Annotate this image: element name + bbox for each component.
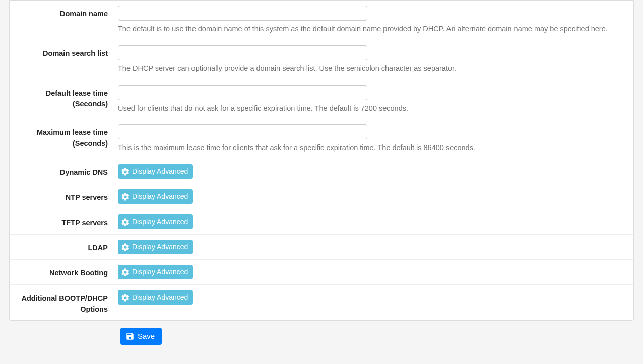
domain-search-input[interactable] <box>118 45 367 60</box>
netboot-advanced-button[interactable]: Display Advanced <box>118 265 193 279</box>
label-default-lease: Default lease time (Seconds) <box>10 85 118 114</box>
label-tftp: TFTP servers <box>10 214 118 229</box>
ntp-advanced-button[interactable]: Display Advanced <box>118 189 193 204</box>
help-max-lease: This is the maximum lease time for clien… <box>118 142 627 154</box>
button-label: Display Advanced <box>132 267 188 277</box>
dynamic-dns-advanced-button[interactable]: Display Advanced <box>118 164 193 179</box>
save-button[interactable]: Save <box>120 328 162 345</box>
row-max-lease: Maximum lease time (Seconds) This is the… <box>10 119 633 159</box>
addopts-advanced-button[interactable]: Display Advanced <box>118 290 193 305</box>
gear-icon <box>121 268 130 277</box>
row-domain-search: Domain search list The DHCP server can o… <box>10 40 633 80</box>
button-label: Display Advanced <box>132 191 188 202</box>
row-tftp: TFTP servers Display Advanced <box>10 209 633 235</box>
settings-panel: Domain name The default is to use the do… <box>9 0 634 321</box>
label-addopts: Additional BOOTP/DHCP Options <box>10 290 118 315</box>
button-label: Display Advanced <box>132 216 188 227</box>
gear-icon <box>121 217 130 227</box>
label-domain-name: Domain name <box>10 6 118 35</box>
help-domain-search: The DHCP server can optionally provide a… <box>118 63 627 75</box>
domain-name-input[interactable] <box>118 6 367 21</box>
row-default-lease: Default lease time (Seconds) Used for cl… <box>10 80 633 120</box>
max-lease-input[interactable] <box>118 124 367 139</box>
tftp-advanced-button[interactable]: Display Advanced <box>118 214 193 229</box>
row-dynamic-dns: Dynamic DNS Display Advanced <box>10 159 633 184</box>
row-addopts: Additional BOOTP/DHCP Options Display Ad… <box>10 285 633 320</box>
help-default-lease: Used for clients that do not ask for a s… <box>118 103 627 114</box>
row-domain-name: Domain name The default is to use the do… <box>10 1 633 40</box>
gear-icon <box>121 243 130 252</box>
label-ntp: NTP servers <box>10 189 118 204</box>
row-netboot: Network Booting Display Advanced <box>10 260 633 285</box>
label-ldap: LDAP <box>10 240 118 254</box>
help-domain-name: The default is to use the domain name of… <box>118 24 627 35</box>
gear-icon <box>121 293 130 302</box>
save-icon <box>125 332 135 341</box>
label-max-lease: Maximum lease time (Seconds) <box>10 124 118 154</box>
gear-icon <box>121 192 130 201</box>
button-label: Display Advanced <box>132 166 188 177</box>
row-ldap: LDAP Display Advanced <box>10 235 633 260</box>
label-domain-search: Domain search list <box>10 45 118 75</box>
save-row: Save <box>9 328 634 345</box>
row-ntp: NTP servers Display Advanced <box>10 184 633 209</box>
gear-icon <box>121 167 130 176</box>
label-netboot: Network Booting <box>10 265 118 279</box>
button-label: Display Advanced <box>132 242 188 252</box>
button-label: Display Advanced <box>132 292 188 303</box>
button-label: Save <box>138 332 155 340</box>
default-lease-input[interactable] <box>118 85 367 100</box>
label-dynamic-dns: Dynamic DNS <box>10 164 118 179</box>
ldap-advanced-button[interactable]: Display Advanced <box>118 240 193 254</box>
